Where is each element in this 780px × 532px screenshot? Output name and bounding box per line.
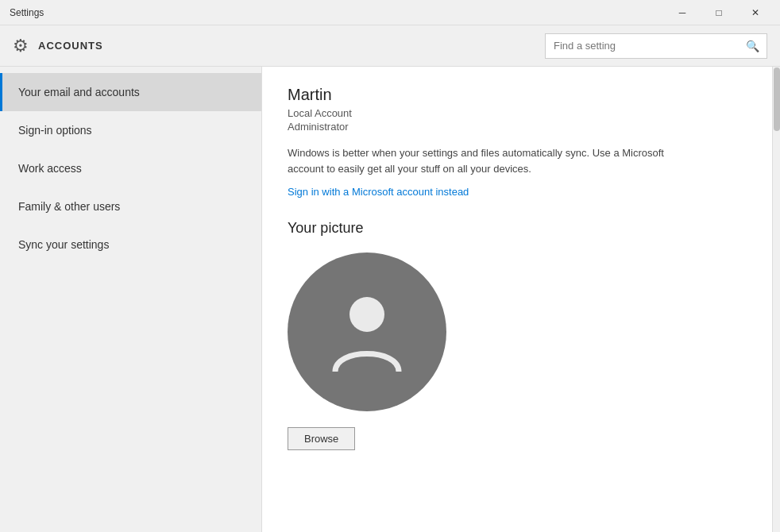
person-icon (327, 284, 407, 380)
ms-account-link[interactable]: Sign in with a Microsoft account instead (288, 186, 747, 198)
scrollbar-thumb (774, 67, 780, 131)
title-bar: Settings ─ □ ✕ (0, 0, 780, 25)
user-name: Martin (288, 86, 747, 104)
app-header-left: ⚙ ACCOUNTS (13, 36, 103, 56)
sidebar: Your email and accounts Sign-in options … (0, 67, 262, 532)
search-button[interactable]: 🔍 (738, 33, 766, 59)
sync-message: Windows is better when your settings and… (288, 145, 669, 176)
svg-point-0 (349, 297, 384, 332)
search-icon: 🔍 (746, 40, 759, 52)
sidebar-item-sync-settings[interactable]: Sync your settings (0, 226, 261, 264)
avatar (288, 253, 446, 411)
minimize-button[interactable]: ─ (664, 0, 701, 25)
title-bar-left: Settings (10, 7, 44, 18)
browse-button[interactable]: Browse (288, 427, 355, 450)
app-header: ⚙ ACCOUNTS 🔍 (0, 25, 780, 67)
gear-icon: ⚙ (13, 36, 29, 56)
sidebar-item-label: Sign-in options (18, 124, 92, 137)
search-input[interactable] (546, 40, 738, 52)
content-area: Martin Local Account Administrator Windo… (262, 67, 772, 532)
sidebar-item-label: Sync your settings (18, 238, 109, 251)
app-title: ACCOUNTS (38, 40, 103, 52)
main-layout: Your email and accounts Sign-in options … (0, 67, 780, 532)
user-type: Local Account (288, 107, 747, 119)
sidebar-item-label: Work access (18, 162, 82, 175)
sidebar-item-email-accounts[interactable]: Your email and accounts (0, 73, 261, 111)
sidebar-item-sign-in-options[interactable]: Sign-in options (0, 111, 261, 149)
title-bar-controls: ─ □ ✕ (664, 0, 774, 25)
maximize-button[interactable]: □ (701, 0, 737, 25)
sidebar-item-work-access[interactable]: Work access (0, 149, 261, 187)
close-button[interactable]: ✕ (737, 0, 774, 25)
title-bar-title: Settings (10, 7, 44, 18)
search-box: 🔍 (545, 33, 767, 59)
user-role: Administrator (288, 121, 747, 133)
content-scrollbar[interactable] (772, 67, 780, 532)
sidebar-item-label: Your email and accounts (18, 86, 140, 98)
sidebar-item-label: Family & other users (18, 200, 120, 213)
sidebar-item-family-other-users[interactable]: Family & other users (0, 187, 261, 226)
picture-section-title: Your picture (288, 220, 747, 237)
